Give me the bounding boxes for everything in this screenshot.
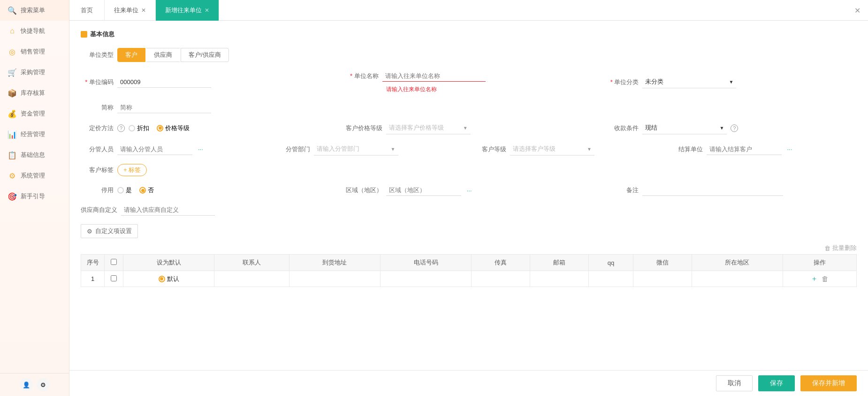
tab-trading-partners[interactable]: 往来单位 ✕ bbox=[105, 0, 156, 21]
tab-new-partner-close[interactable]: ✕ bbox=[205, 7, 209, 14]
sidebar-settings-icon[interactable]: ⚙ bbox=[37, 378, 50, 391]
sidebar-item-basic-info[interactable]: 📋 基础信息 bbox=[0, 145, 69, 165]
payment-terms-value: 现结 bbox=[645, 124, 657, 132]
delete-row-button[interactable]: 🗑 bbox=[822, 275, 829, 283]
row-action-btns: ＋ 🗑 bbox=[788, 274, 852, 283]
radio-disable-no[interactable]: 否 bbox=[139, 186, 154, 194]
pricing-method-field: 定价方法 ? 折扣 价格等级 bbox=[81, 124, 332, 132]
settlement-input[interactable] bbox=[707, 144, 782, 155]
customer-price-level-field: 客户价格等级 请选择客户价格等级 ▼ bbox=[332, 122, 597, 134]
sidebar-item-sales[interactable]: ◎ 销售管理 bbox=[0, 41, 69, 62]
batch-delete-area: 🗑 批量删除 bbox=[81, 244, 857, 252]
row-default-radio[interactable]: 默认 bbox=[128, 275, 209, 283]
payment-terms-field: 收款条件 现结 ▼ ? bbox=[596, 122, 857, 134]
unit-btn-both[interactable]: 客户/供应商 bbox=[181, 48, 229, 62]
tab-bar: 首页 往来单位 ✕ 新增往来单位 ✕ ✕ bbox=[69, 0, 868, 21]
short-name-label: 简称 bbox=[81, 103, 114, 112]
operations-icon: 📊 bbox=[8, 130, 17, 139]
radio-disable-yes-circle bbox=[117, 187, 124, 194]
unit-category-label: 单位分类 bbox=[606, 78, 639, 86]
sidebar-item-search[interactable]: 🔍 搜索菜单 bbox=[0, 0, 69, 21]
manager-input[interactable] bbox=[117, 144, 192, 155]
sidebar-item-quick-nav[interactable]: ⌂ 快捷导航 bbox=[0, 21, 69, 41]
add-row-button[interactable]: ＋ bbox=[811, 274, 818, 283]
remark-input[interactable] bbox=[642, 185, 783, 196]
manager-field: 分管人员 ··· bbox=[81, 144, 268, 155]
pricing-method-label: 定价方法 bbox=[81, 124, 114, 132]
disable-row: 停用 是 否 区域（地区） ··· 备注 bbox=[81, 185, 857, 196]
save-new-button[interactable]: 保存并新增 bbox=[800, 375, 857, 391]
remark-label: 备注 bbox=[606, 186, 639, 194]
manager-ellipsis-btn[interactable]: ··· bbox=[196, 146, 205, 153]
customer-level-select[interactable]: 请选择客户等级 ▼ bbox=[510, 143, 594, 155]
unit-name-error: 请输入往来单位名称 bbox=[386, 86, 437, 93]
sidebar-user-icon[interactable]: 👤 bbox=[20, 378, 33, 391]
radio-discount[interactable]: 折扣 bbox=[129, 124, 149, 132]
window-close-button[interactable]: ✕ bbox=[854, 6, 860, 15]
unit-type-row: 单位类型 客户 供应商 客户/供应商 bbox=[81, 48, 857, 62]
department-field: 分管部门 请输入分管部门 ▼ bbox=[268, 143, 464, 155]
row-select-checkbox[interactable] bbox=[111, 275, 117, 281]
settlement-ellipsis-btn[interactable]: ··· bbox=[785, 146, 794, 153]
area-ellipsis-btn[interactable]: ··· bbox=[465, 187, 474, 194]
short-name-input[interactable] bbox=[117, 102, 211, 113]
sidebar-item-system[interactable]: ⚙ 系统管理 bbox=[0, 165, 69, 186]
settlement-field: 结算单位 ··· bbox=[661, 144, 857, 155]
sidebar-item-operations[interactable]: 📊 经营管理 bbox=[0, 124, 69, 145]
save-button[interactable]: 保存 bbox=[758, 375, 795, 391]
tab-trading-partners-close[interactable]: ✕ bbox=[141, 7, 146, 14]
unit-btn-supplier[interactable]: 供应商 bbox=[146, 48, 180, 62]
tab-home[interactable]: 首页 bbox=[69, 0, 105, 21]
sidebar-item-beginner[interactable]: 🎯 新手引导 bbox=[0, 186, 69, 207]
unit-btn-customer[interactable]: 客户 bbox=[117, 48, 145, 62]
radio-price-level[interactable]: 价格等级 bbox=[157, 124, 190, 132]
department-placeholder: 请输入分管部门 bbox=[317, 145, 359, 153]
remark-field: 备注 bbox=[596, 185, 857, 196]
cancel-button[interactable]: 取消 bbox=[716, 375, 753, 391]
customer-level-label: 客户等级 bbox=[473, 145, 506, 154]
custom-settings-button[interactable]: ⚙ 自定义项设置 bbox=[81, 224, 138, 238]
radio-disable-yes[interactable]: 是 bbox=[117, 186, 132, 194]
department-label: 分管部门 bbox=[277, 145, 310, 154]
tab-new-partner[interactable]: 新增往来单位 ✕ bbox=[156, 0, 219, 21]
row-default-label: 默认 bbox=[167, 275, 179, 283]
department-arrow: ▼ bbox=[391, 147, 396, 152]
search-icon: 🔍 bbox=[8, 6, 17, 15]
row-default-radio-circle bbox=[159, 276, 165, 282]
supplier-custom-input[interactable] bbox=[121, 204, 215, 216]
beginner-icon: 🎯 bbox=[8, 192, 17, 201]
sidebar-item-finance[interactable]: 💰 资金管理 bbox=[0, 103, 69, 124]
unit-code-input[interactable] bbox=[117, 77, 211, 88]
payment-terms-help-icon[interactable]: ? bbox=[731, 124, 738, 132]
sidebar-item-inventory[interactable]: 📦 库存核算 bbox=[0, 83, 69, 103]
pricing-help-icon[interactable]: ? bbox=[117, 124, 125, 132]
sidebar-item-label: 资金管理 bbox=[21, 109, 45, 118]
manager-row: 分管人员 ··· 分管部门 请输入分管部门 ▼ 客户等级 请选择客户等级 ▼ 结… bbox=[81, 143, 857, 155]
sidebar-item-label: 快捷导航 bbox=[21, 27, 45, 35]
supplier-custom-label: 供应商自定义 bbox=[81, 206, 117, 214]
batch-delete-button[interactable]: 🗑 批量删除 bbox=[824, 244, 857, 252]
area-field: 区域（地区） ··· bbox=[332, 185, 597, 196]
tab-trading-partners-label: 往来单位 bbox=[114, 6, 138, 15]
area-input[interactable] bbox=[386, 185, 461, 196]
add-tag-label: + 标签 bbox=[123, 166, 141, 174]
customer-price-level-arrow: ▼ bbox=[463, 125, 468, 131]
short-name-field: 简称 bbox=[81, 102, 857, 113]
unit-name-label: 单位名称 bbox=[346, 72, 379, 80]
sidebar-item-label: 系统管理 bbox=[21, 171, 45, 180]
batch-delete-label: 批量删除 bbox=[832, 244, 857, 252]
content-area: 基本信息 单位类型 客户 供应商 客户/供应商 单位编码 单位名称 bbox=[69, 21, 868, 396]
unit-category-select[interactable]: 未分类 ▼ bbox=[642, 76, 736, 88]
col-default: 设为默认 bbox=[123, 255, 214, 271]
add-tag-button[interactable]: + 标签 bbox=[117, 164, 147, 176]
main-area: 首页 往来单位 ✕ 新增往来单位 ✕ ✕ 基本信息 单位类型 客户 供应商 客户… bbox=[69, 0, 868, 396]
payment-terms-label: 收款条件 bbox=[606, 124, 639, 132]
disable-label: 停用 bbox=[81, 186, 114, 194]
payment-terms-select[interactable]: 现结 ▼ bbox=[642, 122, 727, 134]
customer-price-level-select[interactable]: 请选择客户价格等级 ▼ bbox=[386, 122, 471, 134]
unit-name-input[interactable] bbox=[382, 70, 486, 82]
select-all-checkbox[interactable] bbox=[111, 259, 117, 265]
department-select[interactable]: 请输入分管部门 ▼ bbox=[314, 143, 398, 155]
sidebar-item-purchase[interactable]: 🛒 采购管理 bbox=[0, 62, 69, 83]
col-checkbox bbox=[105, 255, 123, 271]
